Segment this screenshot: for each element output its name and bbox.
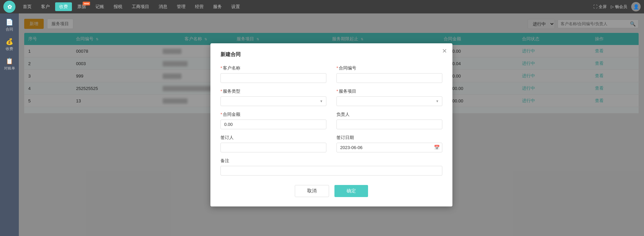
nav-item-invoice[interactable]: 票据 new — [73, 2, 90, 11]
note-input[interactable] — [220, 166, 442, 176]
modal-close-button[interactable]: ✕ — [442, 48, 447, 54]
nav-item-fee[interactable]: 收费 — [55, 2, 72, 11]
new-badge: new — [83, 2, 90, 5]
form-row-client-name: * 客户名称 — [220, 65, 326, 83]
cancel-button[interactable]: 取消 — [295, 185, 329, 197]
form-row-contract-no: * 合同编号 — [336, 65, 442, 83]
form-row-signer: 签订人 — [220, 135, 326, 152]
form-row-service-type: * 服务类型 ▼ — [220, 88, 326, 106]
modal-overlay[interactable]: 新建合同 ✕ * 客户名称 * 合同 — [19, 13, 644, 236]
nav-item-home[interactable]: 首页 — [19, 2, 36, 11]
contract-icon: 📄 — [6, 18, 13, 26]
service-item-select-wrap: ▼ — [336, 96, 442, 106]
fullscreen-icon: ⛶ — [593, 4, 597, 9]
responsible-label: 负责人 — [336, 111, 442, 117]
top-nav: ✿ 首页 客户 收费 票据 new 记账 报税 工商项目 消息 管理 经营 服务… — [0, 0, 644, 13]
vip-icon: ▷ — [611, 4, 614, 9]
form-row-contract-amount: * 合同金额 0.00 — [220, 111, 326, 129]
calendar-icon[interactable]: 📅 — [434, 145, 440, 150]
reconciliation-icon: 📋 — [6, 57, 13, 65]
nav-item-operation[interactable]: 经营 — [191, 2, 208, 11]
form-grid: * 客户名称 * 合同编号 — [220, 65, 442, 152]
new-contract-modal: 新建合同 ✕ * 客户名称 * 合同 — [210, 43, 452, 206]
signer-input[interactable] — [220, 143, 326, 152]
sign-date-input[interactable]: 2023-06-06 — [336, 143, 442, 152]
service-item-select[interactable] — [336, 96, 442, 106]
vip-button[interactable]: ▷ 畅会员 — [611, 4, 627, 10]
avatar-icon: 👤 — [633, 4, 639, 9]
nav-item-manage[interactable]: 管理 — [173, 2, 190, 11]
signer-label: 签订人 — [220, 135, 326, 141]
client-name-input[interactable] — [220, 73, 326, 83]
modal-title: 新建合同 — [220, 51, 442, 58]
sign-date-label: 签订日期 — [336, 135, 442, 141]
sidebar-item-contract[interactable]: 📄 合同 — [1, 17, 18, 34]
sidebar: 📄 合同 💰 收费 📋 对账单 — [0, 13, 19, 236]
layout: 📄 合同 💰 收费 📋 对账单 新增 服务项目 进行中 已完成 已终止 — [0, 13, 644, 236]
form-row-responsible: 负责人 — [336, 111, 442, 129]
service-type-label: * 服务类型 — [220, 88, 326, 94]
contract-no-input[interactable] — [336, 73, 442, 83]
nav-items: 首页 客户 收费 票据 new 记账 报税 工商项目 消息 管理 经营 服务 设… — [19, 2, 593, 11]
contract-amount-input[interactable]: 0.00 — [220, 120, 326, 129]
nav-item-business[interactable]: 工商项目 — [128, 2, 153, 11]
sidebar-item-reconciliation-label: 对账单 — [4, 66, 15, 71]
sidebar-item-contract-label: 合同 — [6, 27, 13, 32]
service-type-select[interactable] — [220, 96, 326, 106]
form-row-sign-date: 签订日期 2023-06-06 📅 — [336, 135, 442, 152]
sidebar-item-fee-label: 收费 — [6, 46, 13, 51]
contract-amount-label: * 合同金额 — [220, 111, 326, 117]
vip-label: 畅会员 — [615, 4, 627, 10]
sidebar-item-reconciliation[interactable]: 📋 对账单 — [1, 56, 18, 73]
service-type-select-wrap: ▼ — [220, 96, 326, 106]
form-row-note: 备注 — [220, 158, 442, 176]
modal-footer: 取消 确定 — [220, 185, 442, 197]
main-content: 新增 服务项目 进行中 已完成 已终止 🔍 序号 — [19, 13, 644, 236]
fullscreen-button[interactable]: ⛶ 全屏 — [593, 4, 607, 10]
sidebar-item-fee[interactable]: 💰 收费 — [1, 36, 18, 53]
nav-right: ⛶ 全屏 ▷ 畅会员 👤 — [593, 2, 641, 11]
nav-item-service[interactable]: 服务 — [209, 2, 226, 11]
nav-item-message[interactable]: 消息 — [155, 2, 171, 11]
client-name-label: * 客户名称 — [220, 65, 326, 71]
fee-icon: 💰 — [6, 38, 13, 45]
contract-no-label: * 合同编号 — [336, 65, 442, 71]
service-item-label: * 服务项目 — [336, 88, 442, 94]
nav-item-tax[interactable]: 报税 — [110, 2, 126, 11]
fullscreen-label: 全屏 — [599, 4, 607, 10]
sign-date-wrap: 2023-06-06 📅 — [336, 143, 442, 152]
logo[interactable]: ✿ — [3, 1, 15, 13]
nav-item-settings[interactable]: 设置 — [227, 2, 244, 11]
nav-item-client[interactable]: 客户 — [37, 2, 54, 11]
avatar[interactable]: 👤 — [631, 2, 641, 11]
confirm-button[interactable]: 确定 — [334, 185, 368, 197]
nav-item-bookkeeping[interactable]: 记账 — [91, 2, 108, 11]
form-row-service-item: * 服务项目 ▼ — [336, 88, 442, 106]
responsible-input[interactable] — [336, 120, 442, 129]
logo-symbol: ✿ — [7, 4, 12, 10]
note-label: 备注 — [220, 158, 442, 164]
